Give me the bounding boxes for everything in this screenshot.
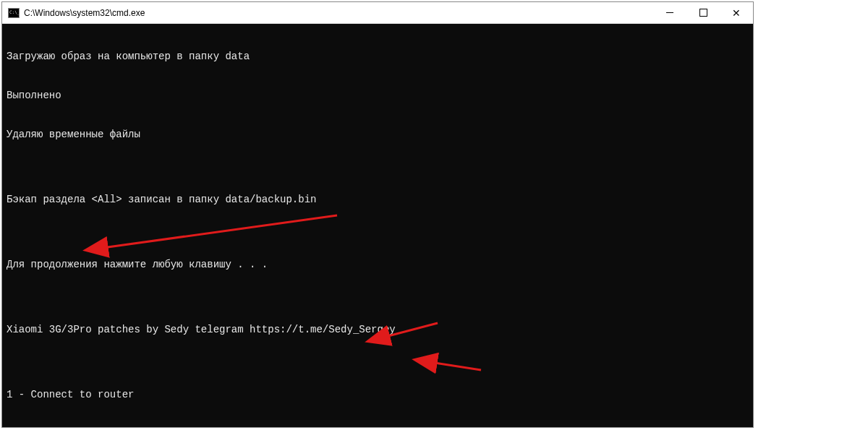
console-line: Для продолжения нажмите любую клавишу . …: [7, 258, 749, 271]
window-title: C:\Windows\system32\cmd.exe: [24, 8, 653, 18]
cmd-icon: [8, 8, 20, 18]
console-line: Удаляю временные файлы: [7, 128, 749, 141]
console-output[interactable]: Загружаю образ на компьютер в папку data…: [2, 24, 753, 427]
console-line: Загружаю образ на компьютер в папку data: [7, 50, 749, 63]
maximize-button[interactable]: [686, 2, 720, 23]
cmd-window: C:\Windows\system32\cmd.exe ✕ Загружаю о…: [1, 1, 754, 428]
close-button[interactable]: ✕: [720, 2, 753, 23]
titlebar[interactable]: C:\Windows\system32\cmd.exe ✕: [2, 2, 753, 24]
console-line: Xiaomi 3G/3Pro patches by Sedy telegram …: [7, 323, 749, 336]
window-controls: ✕: [653, 2, 753, 23]
console-line: 1 - Connect to router: [7, 388, 749, 401]
console-line: Бэкап раздела <All> записан в папку data…: [7, 193, 749, 206]
minimize-button[interactable]: [653, 2, 686, 23]
console-line: Выполнено: [7, 89, 749, 102]
